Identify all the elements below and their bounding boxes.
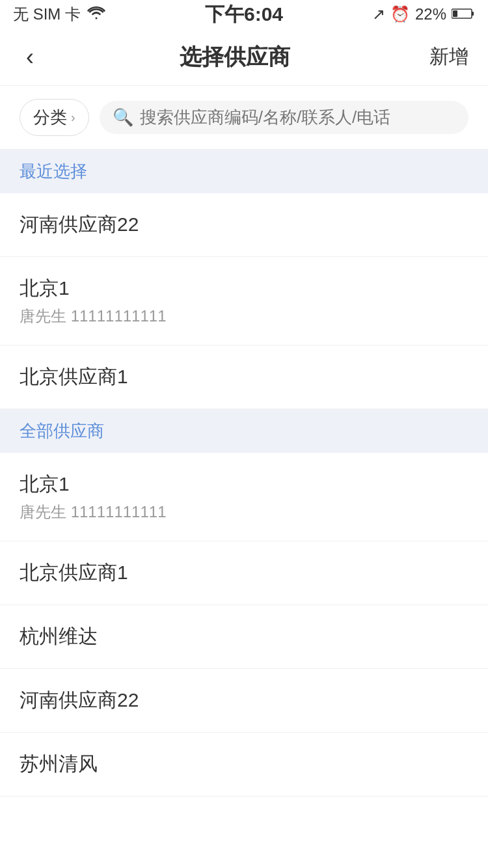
search-input-wrap: 🔍	[100, 101, 468, 134]
carrier-text: 无 SIM 卡	[13, 4, 81, 25]
section-header-0: 最近选择	[0, 150, 488, 193]
list-item[interactable]: 北京1唐先生 11111111111	[0, 453, 488, 541]
status-time: 下午6:04	[205, 1, 283, 28]
item-name: 河南供应商22	[20, 687, 468, 714]
back-button[interactable]: ‹	[20, 37, 40, 77]
item-name: 北京1	[20, 275, 468, 302]
list-item[interactable]: 杭州维达	[0, 605, 488, 669]
list-item[interactable]: 北京1唐先生 11111111111	[0, 257, 488, 346]
item-name: 杭州维达	[20, 623, 468, 650]
list-item[interactable]: 北京供应商1	[0, 346, 488, 409]
item-name: 河南供应商22	[20, 211, 468, 238]
page-title: 选择供应商	[180, 42, 290, 72]
item-sub: 唐先生 11111111111	[20, 306, 468, 327]
battery-text: 22%	[415, 5, 446, 23]
item-name: 北京供应商1	[20, 560, 468, 586]
item-name: 北京1	[20, 471, 468, 498]
category-button[interactable]: 分类 ›	[20, 99, 89, 136]
supplier-list: 最近选择河南供应商22北京1唐先生 11111111111北京供应商1全部供应商…	[0, 150, 488, 796]
list-item[interactable]: 北京供应商1	[0, 541, 488, 605]
new-action-button[interactable]: 新增	[429, 44, 468, 70]
svg-rect-2	[453, 10, 457, 17]
chevron-right-icon: ›	[71, 110, 75, 125]
list-item[interactable]: 苏州清风	[0, 733, 488, 796]
status-left: 无 SIM 卡	[13, 4, 105, 25]
item-name: 苏州清风	[20, 751, 468, 778]
alarm-icon: ⏰	[390, 5, 410, 23]
battery-icon	[452, 5, 475, 23]
nav-bar: ‹ 选择供应商 新增	[0, 29, 488, 86]
item-sub: 唐先生 11111111111	[20, 502, 468, 522]
location-icon: ↗	[372, 5, 385, 23]
category-label: 分类	[33, 106, 67, 129]
status-bar: 无 SIM 卡 下午6:04 ↗ ⏰ 22%	[0, 0, 488, 29]
status-right: ↗ ⏰ 22%	[372, 5, 475, 23]
search-area: 分类 › 🔍	[0, 86, 488, 150]
list-item[interactable]: 河南供应商22	[0, 193, 488, 257]
section-header-1: 全部供应商	[0, 409, 488, 453]
list-item[interactable]: 河南供应商22	[0, 669, 488, 733]
wifi-icon	[87, 5, 105, 23]
section-title-1: 全部供应商	[20, 421, 104, 441]
search-input[interactable]	[140, 107, 455, 128]
item-name: 北京供应商1	[20, 364, 468, 390]
svg-rect-1	[472, 12, 474, 16]
section-title-0: 最近选择	[20, 161, 87, 181]
search-icon: 🔍	[113, 107, 133, 128]
